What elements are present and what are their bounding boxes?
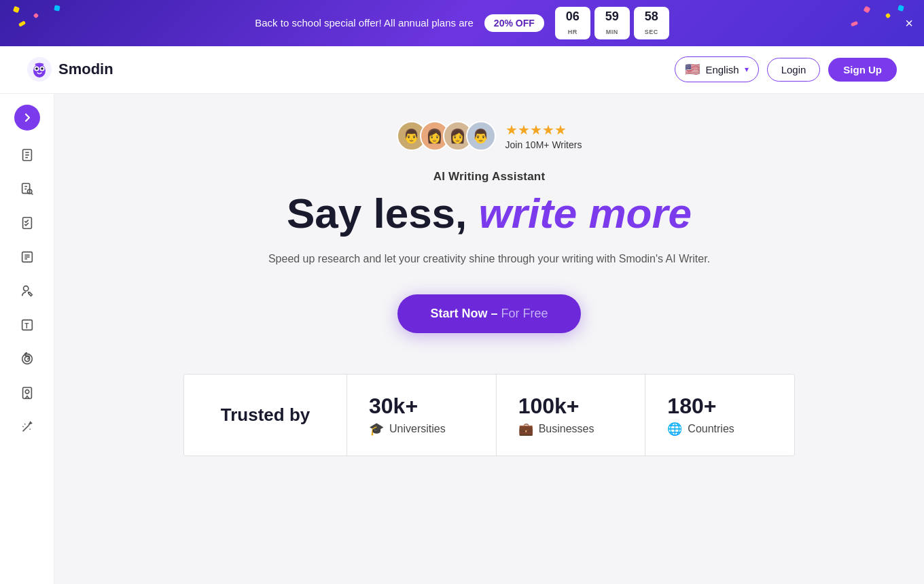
flag-icon: 🇺🇸 <box>685 62 700 77</box>
globe-icon: 🌐 <box>667 422 682 436</box>
timer-seconds: 58 SEC <box>634 7 669 39</box>
navbar: Smodin 🇺🇸 English ▾ Login Sign Up <box>0 46 924 94</box>
stats-countries-number: 180+ <box>667 394 716 419</box>
svg-point-26 <box>25 390 29 394</box>
user-edit-icon <box>20 284 35 298</box>
stats-businesses-label: 💼 Businesses <box>518 422 594 436</box>
hero-title-part1: Say less, <box>287 190 467 237</box>
summary-icon <box>20 250 35 264</box>
svg-rect-10 <box>22 183 29 193</box>
sidebar-toggle-button[interactable] <box>14 105 40 131</box>
chevron-right-icon <box>21 111 33 124</box>
magic-wand-icon <box>20 419 35 434</box>
hero-rating: ★★★★★ Join 10M+ Writers <box>505 122 582 150</box>
svg-line-30 <box>22 426 23 427</box>
timer-minutes: 59 MIN <box>594 7 630 39</box>
stats-universities-number: 30k+ <box>369 394 418 419</box>
banner-discount-badge: 20% OFF <box>484 14 544 32</box>
main-content: 👨 👩 👩 👨 ★★★★★ Join 10M+ Writers AI Writi… <box>54 94 924 584</box>
hero-social-proof: 👨 👩 👩 👨 ★★★★★ Join 10M+ Writers <box>397 121 582 151</box>
sidebar-item-badge[interactable] <box>12 378 42 408</box>
badge-icon <box>20 385 35 400</box>
graduation-cap-icon: 🎓 <box>369 422 384 436</box>
briefcase-icon: 💼 <box>518 422 533 436</box>
login-button[interactable]: Login <box>767 58 821 82</box>
avatar: 👨 <box>466 121 496 151</box>
svg-line-28 <box>24 424 25 424</box>
stats-row: Trusted by 30k+ 🎓 Universities 100k+ 💼 B… <box>183 374 795 456</box>
nav-right: 🇺🇸 English ▾ Login Sign Up <box>675 56 897 82</box>
logo-icon <box>27 57 52 82</box>
svg-line-12 <box>31 193 32 194</box>
logo-link[interactable]: Smodin <box>27 57 113 82</box>
hero-description: Speed up research and let your creativit… <box>268 250 710 268</box>
chevron-down-icon: ▾ <box>745 65 749 74</box>
promo-banner: Back to school special offer! All annual… <box>0 0 924 46</box>
stats-countries: 180+ 🌐 Countries <box>645 375 794 456</box>
document-icon <box>20 148 35 162</box>
svg-point-5 <box>41 67 43 70</box>
trusted-by-label: Trusted by <box>184 375 347 456</box>
sidebar-item-summary[interactable] <box>12 242 42 272</box>
stats-universities-label: 🎓 Universities <box>369 422 446 436</box>
svg-point-4 <box>35 67 38 70</box>
checklist-icon <box>20 216 35 230</box>
stats-businesses-number: 100k+ <box>518 394 580 419</box>
cta-free-text: For Free <box>498 307 548 320</box>
svg-point-1 <box>33 64 46 78</box>
sidebar-item-search-document[interactable] <box>12 174 42 204</box>
svg-rect-15 <box>22 217 31 228</box>
svg-line-27 <box>22 425 29 431</box>
banner-close-button[interactable]: × <box>905 16 913 30</box>
stats-countries-label: 🌐 Countries <box>667 422 734 436</box>
svg-line-29 <box>29 428 30 429</box>
sidebar-item-checklist[interactable] <box>12 208 42 238</box>
sidebar-item-document[interactable] <box>12 140 42 170</box>
sidebar-item-magic[interactable] <box>12 412 42 442</box>
join-writers-text: Join 10M+ Writers <box>505 139 582 150</box>
text-font-icon: T <box>20 317 35 332</box>
signup-button[interactable]: Sign Up <box>828 58 897 82</box>
timer-hours: 06 HR <box>555 7 590 39</box>
logo-text: Smodin <box>58 61 113 78</box>
sidebar: T <box>0 94 54 584</box>
svg-text:T: T <box>24 322 29 329</box>
writer-avatars: 👨 👩 👩 👨 <box>397 121 496 151</box>
main-layout: T <box>0 94 924 584</box>
sidebar-item-audio[interactable] <box>12 344 42 374</box>
audio-icon <box>20 351 35 366</box>
sidebar-item-text[interactable]: T <box>12 310 42 340</box>
banner-text: Back to school special offer! All annual… <box>255 17 474 29</box>
hero-title-part2: write more <box>479 190 692 237</box>
search-document-icon <box>20 182 35 196</box>
hero-title: Say less, write more <box>287 190 692 237</box>
stats-universities: 30k+ 🎓 Universities <box>347 375 497 456</box>
sidebar-item-user-edit[interactable] <box>12 276 42 306</box>
cta-main-text: Start Now – <box>430 307 497 320</box>
language-label: English <box>705 64 739 75</box>
language-selector[interactable]: 🇺🇸 English ▾ <box>675 56 758 82</box>
svg-point-20 <box>23 286 28 290</box>
countdown-timer: 06 HR 59 MIN 58 SEC <box>555 7 669 39</box>
hero-subtitle: AI Writing Assistant <box>433 170 546 184</box>
star-rating: ★★★★★ <box>505 122 567 138</box>
stats-businesses: 100k+ 💼 Businesses <box>497 375 646 456</box>
trusted-by-text: Trusted by <box>221 405 310 426</box>
start-now-button[interactable]: Start Now – For Free <box>397 294 580 333</box>
